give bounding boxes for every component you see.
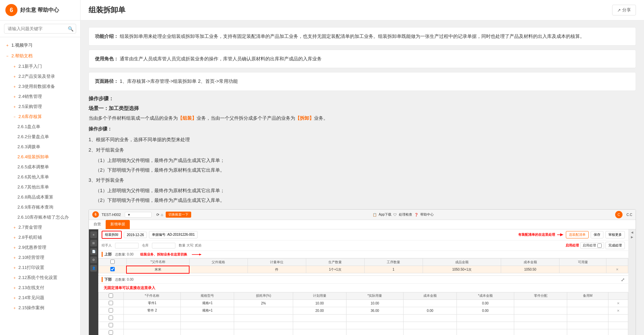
sidebar-item-2-2[interactable]: ＋ 2.2产品安装及登录	[0, 71, 80, 81]
sidebar-item-2-3[interactable]: ＋ 2.3使用前数据准备	[0, 81, 80, 92]
intro-block: 功能介绍： 组装拆卸单用来处理企业组装或拆卸等加工业务，支持有固定装配清单的产品…	[89, 27, 636, 46]
sidebar-item-2-9[interactable]: ＋ 2.9优惠券管理	[0, 242, 80, 253]
scenario1-desc: 当由多个子件材料组装成一个成品的业务为【组装】业务，当由一个父件拆分成多个子产品…	[89, 114, 636, 123]
lower-check-4[interactable]	[109, 323, 113, 327]
sidebar-item-2-6-4[interactable]: 2.6.4组装拆卸单	[0, 152, 80, 162]
part-1	[514, 299, 567, 307]
expand-lower-icon[interactable]: ⤢	[621, 277, 625, 282]
tab-new-doc[interactable]: 新增单据	[106, 220, 130, 229]
company-select[interactable]: ▼	[125, 212, 152, 218]
sidebar-item-2-6-10[interactable]: 2.6.10库存账本错了怎么办	[0, 212, 80, 222]
select-all-lower[interactable]	[109, 293, 113, 298]
cost2-1: 0.00	[457, 299, 514, 307]
sidebar-item-2-15[interactable]: ＋ 2.15操作案例	[0, 303, 80, 313]
right-icon-1[interactable]: ◀	[631, 231, 633, 234]
row-op-2[interactable]: ✕	[617, 309, 620, 313]
sidebar-item-2-6-2[interactable]: 2.6.2分量盘点单	[0, 132, 80, 142]
handler-input[interactable]	[115, 243, 139, 248]
lower-check-2[interactable]	[109, 308, 113, 313]
sidebar-item-2-6[interactable]: － 2.6库存核算	[0, 112, 80, 122]
intro-text: 组装拆卸单用来处理企业组装或拆卸等加工业务，支持有固定装配清单的产品加工业务，也…	[120, 34, 585, 39]
nav-icon-1[interactable]: ≡	[90, 231, 97, 238]
sidebar-item-video[interactable]: ＋ 1.视频学习	[0, 40, 80, 51]
toggle-label: 启用处理	[583, 243, 596, 248]
nav-icon-3[interactable]: 📄	[90, 248, 97, 255]
nav-icon-4[interactable]: ⚙	[90, 257, 97, 263]
content-area: 功能介绍： 组装拆卸单用来处理企业组装或拆卸等加工业务，支持有固定装配清单的产品…	[80, 20, 644, 335]
role-block: 使用角色： 通常由生产人员或库管人员完成折装业务的操作，库管人员确认原材料的出库…	[89, 50, 636, 68]
col-part-alloc: 零件分配	[514, 292, 567, 299]
sidebar-item-2-6-7[interactable]: 2.6.7其他出库单	[0, 182, 80, 192]
sidebar-item-2-6-6[interactable]: 2.6.6其他入库单	[0, 172, 80, 182]
assembly-step-2: （2）下部明细为子件明细，最终作为原材料生成其它出库单。	[95, 166, 636, 174]
lower-section-header: 下部 总数量: 0.00 ⤢	[98, 276, 628, 284]
row-op-1[interactable]: ✕	[617, 301, 620, 305]
doc-num-btn[interactable]: 单据编号: AD-20191226-001	[149, 231, 198, 238]
actual-1: 10.00	[346, 299, 404, 307]
sidebar-item-2-6-9[interactable]: 2.6.9库存账本查询	[0, 202, 80, 212]
sidebar-item-2-6-5[interactable]: 2.6.5成本调整单	[0, 162, 80, 172]
share-button[interactable]: ↗ 分享	[612, 5, 636, 15]
total-label-1: 总数量: 0.00	[115, 252, 133, 257]
lower-check-5[interactable]	[109, 330, 113, 335]
row-ops: ✕	[606, 266, 628, 273]
other-btn-1[interactable]: 保存	[591, 231, 603, 238]
step-1: 1、根据不同的业务，选择不同单据的类型来处理	[89, 135, 636, 144]
sidebar-item-2-1[interactable]: ＋ 2.1新手入门	[0, 61, 80, 71]
search-icon[interactable]: 🔍	[68, 26, 73, 32]
enable-area: 启用处理 启用处理 完成处理	[566, 242, 625, 249]
delete-icon[interactable]: ✕	[616, 268, 619, 271]
sidebar-item-2-4[interactable]: ＋ 2.4销售管理	[0, 92, 80, 102]
enable-toggle[interactable]: 启用处理	[580, 242, 604, 249]
app-content: 组装拆卸 2019-12-26 单据编号: AD-20191226-001 有装…	[98, 229, 628, 335]
sidebar-item-2-12[interactable]: ＋ 2.12系统个性化设置	[0, 273, 80, 283]
spec-2: 规格+1	[181, 307, 234, 314]
select-bom-btn[interactable]: 选装配清单	[566, 231, 589, 238]
right-icon-2[interactable]: ▶	[631, 235, 633, 239]
nav-icon-2[interactable]: ⊞	[90, 240, 97, 246]
lower-check-3[interactable]	[109, 316, 113, 320]
annotation-bottom-text: 无固定清单可以直接在这里录入	[104, 285, 623, 290]
tab-ziying[interactable]: 自营	[89, 220, 106, 229]
lower-check-1[interactable]	[109, 301, 113, 305]
refresh-icon[interactable]: ⟳	[156, 213, 159, 217]
screenshot-container: 6 TEST-H002 ▼ ⟳ ⌂ 切换账套一下 📋 App下载 🛡 处理检查 …	[89, 209, 636, 335]
sidebar-item-2-13[interactable]: ＋ 2.13在线支付	[0, 283, 80, 293]
toggle-checkbox[interactable]	[597, 243, 602, 248]
main-content: 组装拆卸单 ↗ 分享 功能介绍： 组装拆卸单用来处理企业组装或拆卸等加工业务，支…	[80, 0, 644, 335]
nav-icon-5[interactable]: 👤	[90, 265, 97, 272]
app-main-body: ≡ ⊞ 📄 ⚙ 👤 组装拆卸	[89, 229, 636, 335]
sidebar-item-2-5[interactable]: ＋ 2.5采购管理	[0, 102, 80, 112]
search-input[interactable]	[4, 24, 76, 34]
actual-2: 36.00	[346, 307, 404, 314]
ops-heading: 操作步骤：	[89, 96, 636, 102]
sidebar-item-2-6-3[interactable]: 2.6.3调拨单	[0, 142, 80, 152]
home-icon[interactable]: ⌂	[161, 213, 163, 217]
sidebar-item-2-7[interactable]: ＋ 2.7资金管理	[0, 222, 80, 232]
app-label-1: App下载	[379, 212, 391, 217]
doc-type-btn[interactable]: 组装拆卸	[102, 231, 122, 239]
sidebar-item-2-14[interactable]: ＋ 2.14常见问题	[0, 293, 80, 303]
sidebar-item-2-10[interactable]: ＋ 2.10经营管理	[0, 253, 80, 263]
expand-icon: ＋	[5, 43, 9, 48]
warehouse-input[interactable]	[152, 243, 175, 248]
select-all-upper[interactable]	[110, 260, 115, 264]
disassembly-sub-steps: （1）上部明细为父件明细，最终作为原材料生成其它出库单； （2）下部明细为子件明…	[89, 186, 636, 205]
sidebar: 6 好生意 帮助中心 🔍 ＋ 1.视频学习 － 2.帮助文档 ＋ 2.1新手入门…	[0, 0, 80, 335]
nav-tree: ＋ 1.视频学习 － 2.帮助文档 ＋ 2.1新手入门 ＋ 2.2产品安装及登录…	[0, 37, 80, 316]
lower-row-3	[99, 314, 628, 322]
annotation-arrow-1	[557, 233, 564, 236]
col-back-m: 备用M	[567, 292, 608, 299]
row-check[interactable]	[110, 267, 115, 271]
other-btn-2[interactable]: 审核更多	[605, 231, 625, 238]
sidebar-item-2-6-1[interactable]: 2.6.1盘点单	[0, 122, 80, 132]
sidebar-item-docs[interactable]: － 2.帮助文档	[0, 51, 80, 61]
sidebar-item-2-8[interactable]: ＋ 2.8手机旺铺	[0, 232, 80, 242]
app-left-icons: ≡ ⊞ 📄 ⚙ 👤	[89, 229, 98, 335]
part-2	[514, 307, 567, 314]
new-doc-btn[interactable]: 切换账套一下	[166, 212, 191, 218]
sidebar-item-2-6-8[interactable]: 2.6.8商品成本重算	[0, 192, 80, 202]
confirm-btn[interactable]: 完成处理	[605, 242, 625, 249]
sidebar-item-2-11[interactable]: ＋ 2.11打印设置	[0, 263, 80, 273]
date-btn[interactable]: 2019-12-26	[124, 232, 147, 238]
